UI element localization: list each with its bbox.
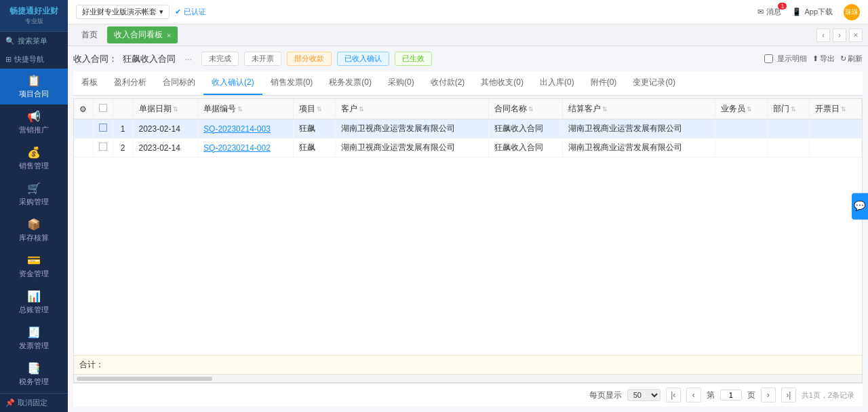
- row-checkbox-2[interactable]: [99, 143, 107, 151]
- user-avatar[interactable]: 珠珠: [844, 4, 860, 20]
- scrollbar-thumb[interactable]: [77, 377, 212, 381]
- status-uninvoiced[interactable]: 未开票: [244, 52, 281, 66]
- tab-close-all-button[interactable]: ×: [849, 29, 863, 42]
- th-contract[interactable]: 合同名称⇅: [489, 99, 563, 119]
- sidebar-item-project[interactable]: 📋 项目合同: [0, 69, 68, 105]
- tab-sales-invoice[interactable]: 销售发票(0): [262, 71, 321, 95]
- status-partial[interactable]: 部分收款: [287, 52, 332, 66]
- page-content: 收入合同： 狂飙收入合同 ··· 未完成 未开票 部分收款 已收入确认 已生效 …: [68, 46, 868, 412]
- export-button[interactable]: ⬆ 导出: [812, 54, 835, 64]
- tab-next-button[interactable]: ›: [833, 29, 846, 42]
- tab-tax-invoice[interactable]: 税务发票(0): [321, 71, 380, 95]
- sidebar-item-label: 项目合同: [19, 89, 49, 99]
- tab-board[interactable]: 看板: [73, 71, 106, 95]
- show-detail-input[interactable]: [764, 54, 773, 63]
- sort-icon: ⇅: [173, 106, 178, 113]
- refresh-button[interactable]: ↻ 刷新: [840, 54, 863, 64]
- sidebar-item-purchase[interactable]: 🛒 采购管理: [0, 176, 68, 212]
- th-checkbox[interactable]: [93, 99, 113, 119]
- row-settings-2: [74, 138, 93, 157]
- row-code-2[interactable]: SQ-20230214-002: [198, 138, 294, 157]
- more-button[interactable]: ···: [181, 53, 196, 65]
- sidebar-item-label: 税务管理: [19, 377, 49, 387]
- last-page-button[interactable]: ›|: [781, 388, 796, 402]
- row-link-1[interactable]: SQ-20230214-003: [203, 124, 271, 134]
- th-open-date[interactable]: 开票日⇅: [810, 99, 862, 119]
- tab-warehouse[interactable]: 出入库(0): [532, 71, 583, 95]
- tab-contract-board[interactable]: 收入合同看板 ×: [107, 26, 178, 43]
- avatar-text: 珠珠: [845, 7, 859, 17]
- sidebar-item-capital[interactable]: 💳 资金管理: [0, 248, 68, 284]
- th-salesman[interactable]: 业务员⇅: [715, 99, 768, 119]
- company-selector[interactable]: 好业财专业版演示帐套 ▾: [76, 5, 170, 19]
- prev-page-button[interactable]: ‹: [686, 388, 701, 402]
- tab-payment[interactable]: 收付款(2): [422, 71, 473, 95]
- sort-icon: ⇅: [528, 106, 534, 113]
- row-link-2[interactable]: SQ-20230214-002: [203, 143, 271, 153]
- row-check-1[interactable]: [93, 119, 113, 138]
- side-feedback-button[interactable]: 💬: [852, 193, 868, 219]
- verified-badge: ✔ 已认证: [175, 7, 206, 17]
- first-page-button[interactable]: |‹: [666, 388, 681, 402]
- pin-label: 取消固定: [18, 398, 47, 408]
- tab-revenue-confirm[interactable]: 收入确认(2): [203, 71, 262, 95]
- row-num-1: 1: [113, 119, 133, 138]
- total-info: 共1页，2条记录: [802, 390, 854, 400]
- message-button[interactable]: ✉ 1 消息: [757, 7, 781, 17]
- tab-other[interactable]: 其他收支(0): [473, 71, 532, 95]
- status-confirmed[interactable]: 已收入确认: [337, 52, 389, 66]
- th-dept[interactable]: 部门⇅: [767, 99, 809, 119]
- page-number-input[interactable]: [720, 390, 742, 400]
- tab-prev-button[interactable]: ‹: [816, 29, 830, 42]
- sidebar-quick-nav[interactable]: ⊞ 快捷导航: [0, 50, 68, 69]
- row-check-2[interactable]: [93, 138, 113, 157]
- th-customer[interactable]: 客户⇅: [336, 99, 489, 119]
- row-code-1[interactable]: SQ-20230214-003: [198, 119, 294, 138]
- tab-close-button[interactable]: ×: [167, 31, 171, 39]
- tab-change-log[interactable]: 变更记录(0): [625, 71, 684, 95]
- header-right-buttons: 显示明细 ⬆ 导出 ↻ 刷新: [764, 54, 863, 64]
- per-page-select[interactable]: 10 20 50 100: [627, 389, 660, 401]
- sidebar-item-label: 营销推广: [19, 125, 49, 135]
- app-download-button[interactable]: 📱 App下载: [792, 7, 833, 17]
- row-project-2: 狂飙: [294, 138, 336, 157]
- th-settle-customer[interactable]: 结算客户⇅: [562, 99, 715, 119]
- tab-attachment[interactable]: 附件(0): [583, 71, 625, 95]
- horizontal-scrollbar[interactable]: [74, 374, 862, 382]
- th-code[interactable]: 单据编号⇅: [198, 99, 294, 119]
- table-row[interactable]: 2 2023-02-14 SQ-20230214-002 狂飙 湖南卫视商业运营…: [74, 138, 862, 157]
- th-date[interactable]: 单据日期⇅: [133, 99, 198, 119]
- page-label: 第: [707, 390, 715, 401]
- th-settings[interactable]: ⚙: [74, 99, 93, 119]
- row-checkbox-1[interactable]: [99, 124, 107, 132]
- tab-profit[interactable]: 盈利分析: [106, 71, 155, 95]
- tab-items[interactable]: 合同标的: [155, 71, 203, 95]
- th-open-date-label: 开票日: [815, 103, 840, 115]
- sidebar-item-invoice[interactable]: 🧾 发票管理: [0, 320, 68, 356]
- status-incomplete[interactable]: 未完成: [201, 52, 239, 66]
- row-customer-1: 湖南卫视商业运营发展有限公司: [336, 119, 489, 138]
- sidebar-item-sales[interactable]: 💰 销售管理: [0, 141, 68, 176]
- show-detail-checkbox[interactable]: 显示明细: [764, 54, 807, 64]
- contract-label: 收入合同：: [73, 53, 117, 65]
- sidebar-item-account[interactable]: 📊 总账管理: [0, 284, 68, 320]
- check-circle-icon: ✔: [175, 7, 181, 16]
- table-row[interactable]: 1 2023-02-14 SQ-20230214-003 狂飙 湖南卫视商业运营…: [74, 119, 862, 138]
- sidebar-item-tax[interactable]: 📑 税务管理: [0, 356, 68, 392]
- sidebar-pin[interactable]: 📌 取消固定: [0, 394, 68, 412]
- th-project[interactable]: 项目⇅: [294, 99, 336, 119]
- sidebar-item-inventory[interactable]: 📦 库存核算: [0, 212, 68, 248]
- tab-home[interactable]: 首页: [73, 26, 106, 43]
- tab-purchase[interactable]: 采购(0): [380, 71, 422, 95]
- select-all-checkbox[interactable]: [99, 104, 107, 112]
- contract-name: 狂飙收入合同: [123, 53, 176, 65]
- status-effect[interactable]: 已生效: [395, 52, 432, 66]
- refresh-icon: ↻: [840, 54, 846, 63]
- th-salesman-label: 业务员: [721, 103, 745, 115]
- sidebar-item-marketing[interactable]: 📢 营销推广: [0, 105, 68, 141]
- table-footer: 合计：: [74, 355, 862, 374]
- next-page-button[interactable]: ›: [761, 388, 776, 402]
- th-contract-label: 合同名称: [494, 103, 527, 115]
- sidebar-search[interactable]: 🔍 搜索菜单: [0, 32, 68, 50]
- marketing-icon: 📢: [27, 110, 41, 123]
